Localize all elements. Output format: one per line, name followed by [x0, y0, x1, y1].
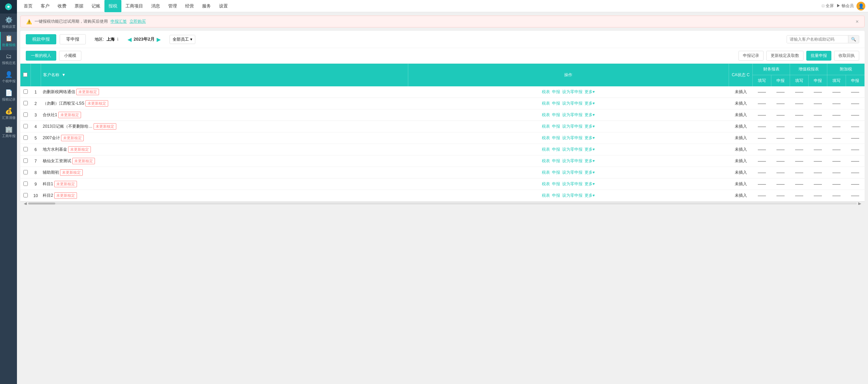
op-btn[interactable]: 税表 — [542, 124, 550, 129]
scroll-track[interactable] — [28, 202, 857, 205]
user-avatar[interactable]: 👤 — [856, 2, 865, 10]
tab-small-scale[interactable]: 小规模 — [59, 51, 81, 61]
row-client-name: 2013日记账（不要删除给… 未更新核定 — [41, 121, 408, 132]
row-checkbox[interactable] — [23, 182, 28, 186]
op-btn[interactable]: 申报 — [552, 101, 560, 106]
sort-icon[interactable]: ▼ — [62, 72, 66, 77]
nav-tax[interactable]: 报税 — [104, 0, 121, 12]
op-btn[interactable]: 更多▾ — [585, 124, 595, 129]
scroll-left-btn[interactable]: ◀ — [24, 201, 27, 205]
member-btn[interactable]: ▶ 畅会员 — [836, 3, 854, 9]
update-quota-btn[interactable]: 更新核定及取数 — [766, 51, 804, 61]
department-selector[interactable]: 全部员工 ▾ — [170, 35, 195, 44]
op-btn[interactable]: 税表 — [542, 101, 550, 106]
op-btn[interactable]: 税表 — [542, 170, 550, 175]
banner-link-filing[interactable]: 申报汇签 — [111, 19, 127, 24]
op-btn[interactable]: 设为零申报 — [562, 135, 583, 140]
tab-zero-declaration[interactable]: 零申报 — [60, 34, 86, 44]
fullscreen-btn[interactable]: □ 全屏 — [822, 3, 834, 9]
filing-record-btn[interactable]: 申报记录 — [738, 51, 764, 61]
sidebar-item-batch-tax[interactable]: 📋 批量报税 — [0, 32, 17, 50]
op-btn[interactable]: 更多▾ — [585, 101, 595, 106]
op-btn[interactable]: 设为零申报 — [562, 147, 583, 152]
search-button[interactable]: 🔍 — [848, 36, 859, 43]
tab-general-taxpayer[interactable]: 一般的税人 — [26, 51, 56, 61]
nav-manage[interactable]: 管理 — [164, 0, 181, 12]
nav-message[interactable]: 消息 — [147, 0, 164, 12]
op-btn[interactable]: 设为零申报 — [562, 124, 583, 129]
row-checkbox[interactable] — [23, 147, 28, 151]
op-btn[interactable]: 申报 — [552, 158, 560, 163]
op-btn[interactable]: 更多▾ — [585, 158, 595, 163]
op-btn[interactable]: 申报 — [552, 170, 560, 175]
op-btn[interactable]: 税表 — [542, 89, 550, 94]
op-btn[interactable]: 税表 — [542, 147, 550, 152]
sidebar-item-settlement[interactable]: 💰 汇算清缴 — [0, 105, 17, 123]
row-vat-file: —— — [809, 190, 827, 201]
op-btn[interactable]: 申报 — [552, 182, 560, 186]
info-icon[interactable]: ℹ — [117, 37, 119, 42]
op-btn[interactable]: 设为零申报 — [562, 89, 583, 94]
row-checkbox[interactable] — [23, 135, 28, 140]
row-checkbox[interactable] — [23, 158, 28, 163]
nav-settings[interactable]: 设置 — [215, 0, 232, 12]
search-input[interactable] — [787, 36, 848, 43]
sidebar-item-personal-tax[interactable]: 👤 个税申报 — [0, 68, 17, 86]
op-btn[interactable]: 税表 — [542, 182, 550, 186]
op-btn[interactable]: 税表 — [542, 135, 550, 140]
op-btn[interactable]: 设为零申报 — [562, 158, 583, 163]
row-checkbox[interactable] — [23, 89, 28, 94]
warning-icon: ⚠️ — [26, 19, 32, 24]
op-btn[interactable]: 申报 — [552, 135, 560, 140]
batch-file-btn[interactable]: 批量申报 — [806, 51, 831, 61]
op-btn[interactable]: 更多▾ — [585, 193, 595, 198]
banner-close-btn[interactable]: ✕ — [855, 19, 859, 24]
sidebar-item-tax-settings[interactable]: ⚙️ 报税设置 — [0, 14, 17, 32]
op-btn[interactable]: 申报 — [552, 89, 560, 94]
op-btn[interactable]: 申报 — [552, 112, 560, 117]
op-btn[interactable]: 税表 — [542, 158, 550, 163]
nav-client[interactable]: 客户 — [37, 0, 54, 12]
op-btn[interactable]: 申报 — [552, 147, 560, 152]
op-btn[interactable]: 更多▾ — [585, 89, 595, 94]
op-btn[interactable]: 更多▾ — [585, 170, 595, 175]
row-checkbox[interactable] — [23, 170, 28, 174]
prev-month-btn[interactable]: ◀ — [127, 36, 132, 43]
op-btn[interactable]: 更多▾ — [585, 135, 595, 140]
nav-service[interactable]: 服务 — [198, 0, 215, 12]
next-month-btn[interactable]: ▶ — [157, 36, 161, 43]
row-checkbox[interactable] — [23, 124, 28, 128]
op-btn[interactable]: 更多▾ — [585, 112, 595, 117]
scroll-thumb[interactable] — [28, 202, 55, 205]
nav-billing[interactable]: 收费 — [54, 0, 71, 12]
row-checkbox[interactable] — [23, 101, 28, 105]
op-btn[interactable]: 更多▾ — [585, 147, 595, 152]
op-btn[interactable]: 税表 — [542, 112, 550, 117]
sidebar-item-tax-record[interactable]: 📄 报税记录 — [0, 86, 17, 105]
tab-tax-declaration[interactable]: 税款申报 — [26, 34, 56, 44]
op-btn[interactable]: 设为零申报 — [562, 170, 583, 175]
op-btn[interactable]: 税表 — [542, 193, 550, 198]
op-btn[interactable]: 申报 — [552, 124, 560, 129]
sidebar-item-annual-report[interactable]: 🏢 工商年报 — [0, 123, 17, 141]
op-btn[interactable]: 设为零申报 — [562, 182, 583, 186]
row-checkbox[interactable] — [23, 193, 28, 197]
nav-operations[interactable]: 经营 — [181, 0, 198, 12]
op-btn[interactable]: 申报 — [552, 193, 560, 198]
nav-bookkeeping[interactable]: 记账 — [87, 0, 104, 12]
nav-home[interactable]: 首页 — [20, 0, 37, 12]
op-btn[interactable]: 设为零申报 — [562, 193, 583, 198]
op-btn[interactable]: 更多▾ — [585, 182, 595, 186]
nav-commerce[interactable]: 工商项目 — [121, 0, 147, 12]
sidebar-item-tax-overview[interactable]: 🗂 报税总览 — [0, 50, 17, 68]
select-all-checkbox[interactable] — [23, 72, 27, 77]
op-btn[interactable]: 设为零申报 — [562, 112, 583, 117]
banner-link-buy[interactable]: 立即购买 — [130, 19, 146, 24]
op-btn[interactable]: 设为零申报 — [562, 101, 583, 106]
row-operations: 税表申报设为零申报更多▾ — [408, 178, 729, 190]
retrieve-btn[interactable]: 收取回执 — [834, 51, 859, 61]
row-checkbox[interactable] — [23, 112, 28, 117]
scroll-right-btn[interactable]: ▶ — [858, 201, 861, 205]
nav-invoice[interactable]: 票据 — [71, 0, 87, 12]
horizontal-scrollbar[interactable]: ◀ ▶ — [20, 201, 865, 205]
